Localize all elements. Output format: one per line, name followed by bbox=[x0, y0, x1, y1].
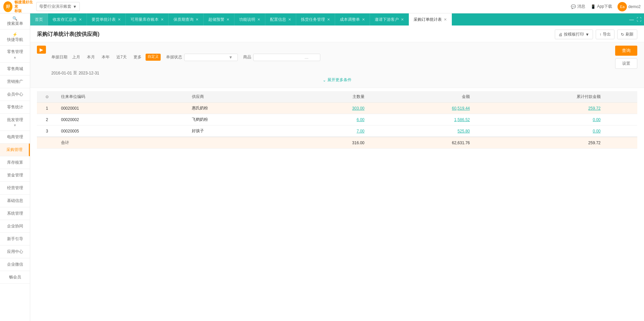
setting-button[interactable]: 设置 bbox=[615, 58, 637, 69]
filter-date-this-month[interactable]: 本月 bbox=[84, 54, 98, 61]
sidebar-item-retail-shop[interactable]: 零售商城 bbox=[0, 63, 30, 75]
sidebar-system-label: 系统管理 bbox=[7, 211, 23, 216]
sidebar-item-retail-management[interactable]: 零售管理 ▲ bbox=[0, 46, 30, 63]
tab-function-desc-close-icon[interactable]: ✕ bbox=[257, 17, 260, 22]
tab-home-label: 首页 bbox=[35, 17, 43, 22]
filter-goods-label: 商品 bbox=[243, 54, 251, 60]
cell-amount[interactable]: 60,519.44 bbox=[369, 103, 474, 114]
expand-more-button[interactable]: ⌄ 展开更多条件 bbox=[323, 77, 352, 83]
user-area[interactable]: Ea demo2 bbox=[618, 2, 641, 11]
tab-purchase-stats[interactable]: 要货单统计表 ✕ bbox=[87, 13, 126, 25]
cell-paid-amount[interactable]: 0.00 bbox=[474, 114, 605, 125]
tab-overstock-close-icon[interactable]: ✕ bbox=[226, 17, 229, 22]
sidebar-retail-shop-label: 零售商城 bbox=[7, 66, 23, 72]
tab-cost-adjust-close-icon[interactable]: ✕ bbox=[362, 17, 365, 22]
tab-expiry-query[interactable]: 保质期查询 ✕ bbox=[169, 13, 204, 25]
filter-goods-input[interactable]: … bbox=[253, 54, 320, 61]
message-button[interactable]: 💬 消息 bbox=[571, 4, 585, 9]
tab-expiry-query-label: 保质期查询 bbox=[173, 17, 194, 22]
filter-date-this-year[interactable]: 本年 bbox=[99, 54, 112, 61]
sidebar-item-new-guide[interactable]: 新手引导 bbox=[0, 233, 30, 246]
app-download-label: App下载 bbox=[597, 4, 612, 9]
tab-overstock[interactable]: 超储预警 ✕ bbox=[204, 13, 234, 25]
tab-expiry-query-close-icon[interactable]: ✕ bbox=[196, 17, 199, 22]
tab-purchase-stats-close-icon[interactable]: ✕ bbox=[118, 17, 121, 22]
cell-paid-amount[interactable]: 0.00 bbox=[474, 125, 605, 137]
tab-available-stock[interactable]: 可用量库存账本 ✕ bbox=[126, 13, 169, 25]
tab-home[interactable]: 首页 bbox=[30, 13, 48, 25]
sidebar-member-label: 畅会员 bbox=[9, 274, 21, 280]
sidebar-item-member-center[interactable]: 会员中心 bbox=[0, 88, 30, 101]
cell-main-qty[interactable]: 7.00 bbox=[286, 125, 368, 137]
tab-purchase-order-stats[interactable]: 采购订单统计表 ✕ bbox=[409, 13, 452, 25]
sidebar-item-enterprise-coop[interactable]: 企业协同 bbox=[0, 220, 30, 233]
col-header-supplier-code: 往来单位编码 bbox=[57, 91, 188, 103]
sidebar-basic-info-label: 基础信息 bbox=[7, 198, 23, 204]
export-button[interactable]: ↑ 导出 bbox=[596, 30, 614, 39]
sidebar-item-basic-info[interactable]: 基础信息 bbox=[0, 195, 30, 207]
sidebar-item-operations[interactable]: 经营管理 bbox=[0, 182, 30, 195]
cell-amount[interactable]: 1,586.52 bbox=[369, 114, 474, 125]
username-label: demo2 bbox=[628, 4, 641, 9]
settings-icon[interactable]: ⚙ bbox=[45, 95, 49, 99]
cell-amount[interactable]: 525.80 bbox=[369, 125, 474, 137]
tab-purchase-order-stats-close-icon[interactable]: ✕ bbox=[444, 17, 447, 22]
sidebar-item-inventory[interactable]: 库存核算 bbox=[0, 156, 30, 169]
tab-available-stock-close-icon[interactable]: ✕ bbox=[161, 17, 164, 22]
filter-date-item: 单据日期 上月 本月 本年 近7天 更多 自定义 bbox=[51, 54, 161, 61]
table-row: 3 00020005 好孩子 7.00 525.80 0.00 bbox=[37, 125, 637, 137]
sidebar-item-ecommerce[interactable]: 电商管理 bbox=[0, 131, 30, 144]
tab-cost-adjust[interactable]: 成本调整单 ✕ bbox=[335, 13, 370, 25]
cell-main-qty[interactable]: 6.00 bbox=[286, 114, 368, 125]
page-content: 采购订单统计表(按供应商) 🖨 按模板打印 ▼ ↑ 导出 ↻ 刷新 bbox=[30, 25, 644, 321]
filter-date-last-month[interactable]: 上月 bbox=[69, 54, 83, 61]
filter-toggle-button[interactable]: ▶ bbox=[37, 46, 46, 54]
sidebar-quick-nav[interactable]: ⚡ 快捷导航 bbox=[0, 30, 30, 46]
chevron-up-icon: ▲ bbox=[13, 55, 17, 59]
workspace-label: 母婴行业演示账套 bbox=[39, 4, 71, 9]
sidebar-search[interactable]: 🔍 搜索菜单 bbox=[0, 13, 30, 30]
tab-config-info-close-icon[interactable]: ✕ bbox=[288, 17, 291, 22]
tab-function-desc[interactable]: 功能说明 ✕ bbox=[234, 13, 265, 25]
tab-stocking-tasks[interactable]: 拣货任务管理 ✕ bbox=[296, 13, 335, 25]
app-download-button[interactable]: 📱 App下载 bbox=[591, 4, 612, 9]
filter-status-select[interactable]: ▼ bbox=[184, 54, 238, 61]
workspace-selector[interactable]: 母婴行业演示账套 ▼ bbox=[36, 2, 80, 11]
sidebar: 🔍 搜索菜单 ⚡ 快捷导航 零售管理 ▲ 零售商城 营销推广 会员中心 零售统计… bbox=[0, 13, 30, 321]
footer-empty-col bbox=[37, 137, 57, 149]
filter-date-more[interactable]: 更多 bbox=[131, 54, 144, 61]
tab-config-info[interactable]: 配置信息 ✕ bbox=[265, 13, 296, 25]
filter-date-7days[interactable]: 近7天 bbox=[114, 54, 129, 61]
filter-date-end: 2023-12-31 bbox=[78, 71, 99, 75]
top-bar-left: 好 畅捷通好生意 标版 母婴行业演示账套 ▼ bbox=[3, 0, 80, 13]
top-bar: 好 畅捷通好生意 标版 母婴行业演示账套 ▼ 💬 消息 📱 App下载 Ea d… bbox=[0, 0, 644, 13]
tab-minimize-icon[interactable]: — bbox=[629, 17, 634, 22]
sidebar-item-marketing[interactable]: 营销推广 bbox=[0, 75, 30, 88]
cell-main-qty[interactable]: 303.00 bbox=[286, 103, 368, 114]
sidebar-item-purchase[interactable]: 采购管理 bbox=[0, 144, 30, 156]
tab-function-desc-label: 功能说明 bbox=[239, 17, 255, 22]
tab-stocking-tasks-close-icon[interactable]: ✕ bbox=[327, 17, 330, 22]
print-button[interactable]: 🖨 按模板打印 ▼ bbox=[555, 30, 593, 39]
tab-invite-downstream-close-icon[interactable]: ✕ bbox=[401, 17, 404, 22]
sidebar-item-app-center[interactable]: 应用中心 bbox=[0, 246, 30, 258]
sidebar-item-capital[interactable]: 资金管理 bbox=[0, 169, 30, 182]
refresh-button[interactable]: ↻ 刷新 bbox=[617, 30, 637, 39]
tab-collection-summary[interactable]: 收发存汇总表 ✕ bbox=[48, 13, 87, 25]
tab-collection-summary-close-icon[interactable]: ✕ bbox=[79, 17, 82, 22]
tab-maximize-icon[interactable]: ⛶ bbox=[637, 17, 641, 22]
cell-paid-amount[interactable]: 259.72 bbox=[474, 103, 605, 114]
sidebar-item-wholesale[interactable]: 批发管理 ▼ bbox=[0, 114, 30, 131]
workspace-chevron-icon: ▼ bbox=[73, 4, 77, 9]
sidebar-item-retail-stats[interactable]: 零售统计 bbox=[0, 101, 30, 114]
footer-main-qty: 316.00 bbox=[286, 137, 368, 149]
filter-row: 单据日期 上月 本月 本年 近7天 更多 自定义 bbox=[51, 46, 637, 69]
table-row: 2 00020002 飞鹤奶粉 6.00 1,586.52 0.00 bbox=[37, 114, 637, 125]
sidebar-item-enterprise-wechat[interactable]: 企业微信 bbox=[0, 258, 30, 271]
tab-invite-downstream[interactable]: 邀请下游客户 ✕ bbox=[370, 13, 409, 25]
query-button[interactable]: 查询 bbox=[615, 46, 637, 56]
sidebar-item-member[interactable]: 畅会员 bbox=[0, 271, 30, 284]
footer-extra bbox=[605, 137, 637, 149]
sidebar-item-system[interactable]: 系统管理 bbox=[0, 207, 30, 220]
export-label: 导出 bbox=[603, 32, 611, 37]
